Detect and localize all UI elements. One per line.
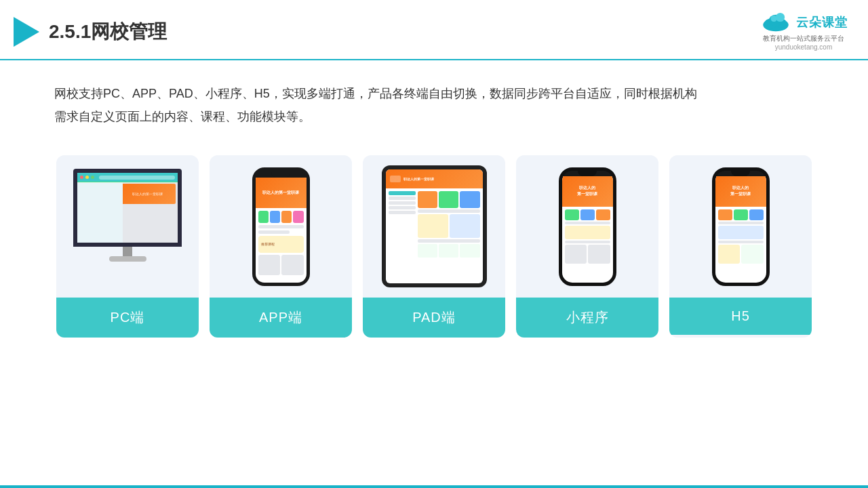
logo-url: yunduoketang.com [775, 43, 833, 51]
logo-area: 云朵课堂 教育机构一站式服务云平台 yunduoketang.com [760, 12, 848, 51]
monitor-stand-base [109, 256, 146, 262]
app-phone-mockup: 职达人的第一堂职课 推荐课程 [252, 167, 310, 286]
logo-cloud: 云朵课堂 [760, 12, 848, 33]
card-app-label: APP端 [210, 298, 352, 338]
page-title: 2.5.1网校管理 [49, 19, 167, 45]
card-miniapp-label: 小程序 [516, 298, 658, 338]
cards-container: 职达人的第一堂职课 [0, 142, 868, 338]
monitor-screen: 职达人的第一堂职课 [73, 169, 182, 247]
svg-point-5 [771, 16, 777, 22]
card-pad: 职达人的第一堂职课 [363, 155, 505, 338]
card-h5: 职达人的第一堂职课 [669, 155, 812, 338]
bottom-border [0, 485, 868, 488]
header-left: 2.5.1网校管理 [14, 17, 167, 47]
card-pad-image: 职达人的第一堂职课 [363, 155, 505, 298]
card-miniapp: 职达人的第一堂职课 [516, 155, 658, 338]
card-pad-label: PAD端 [363, 298, 505, 338]
cloud-icon [760, 12, 792, 33]
card-pc-label: PC端 [56, 298, 199, 338]
miniapp-phone-mockup: 职达人的第一堂职课 [559, 167, 616, 286]
card-app-image: 职达人的第一堂职课 推荐课程 [210, 155, 352, 298]
card-pc: 职达人的第一堂职课 [56, 155, 199, 338]
h5-phone-mockup: 职达人的第一堂职课 [712, 167, 770, 286]
title-text: 2.5.1网校管理 [49, 21, 167, 42]
card-h5-image: 职达人的第一堂职课 [669, 155, 812, 298]
card-h5-label: H5 [669, 298, 812, 335]
svg-point-4 [776, 13, 785, 22]
description-text: 网校支持PC、APP、PAD、小程序、H5，实现多端打通，产品各终端自由切换，数… [0, 60, 868, 142]
monitor-stand-neck [123, 247, 132, 256]
pc-monitor: 职达人的第一堂职课 [70, 169, 185, 284]
card-pc-image: 职达人的第一堂职课 [56, 155, 199, 298]
logo-main-text: 云朵课堂 [796, 14, 848, 30]
card-miniapp-image: 职达人的第一堂职课 [516, 155, 658, 298]
logo-sub: 教育机构一站式服务云平台 [763, 34, 844, 43]
monitor-screen-inner: 职达人的第一堂职课 [77, 173, 178, 243]
play-icon [14, 17, 39, 47]
card-app: 职达人的第一堂职课 推荐课程 [210, 155, 352, 338]
pad-mockup: 职达人的第一堂职课 [382, 165, 487, 287]
page-header: 2.5.1网校管理 云朵课堂 教育机构一站式服务云平台 yunduoketang… [0, 0, 868, 60]
phone-notch [271, 171, 290, 178]
